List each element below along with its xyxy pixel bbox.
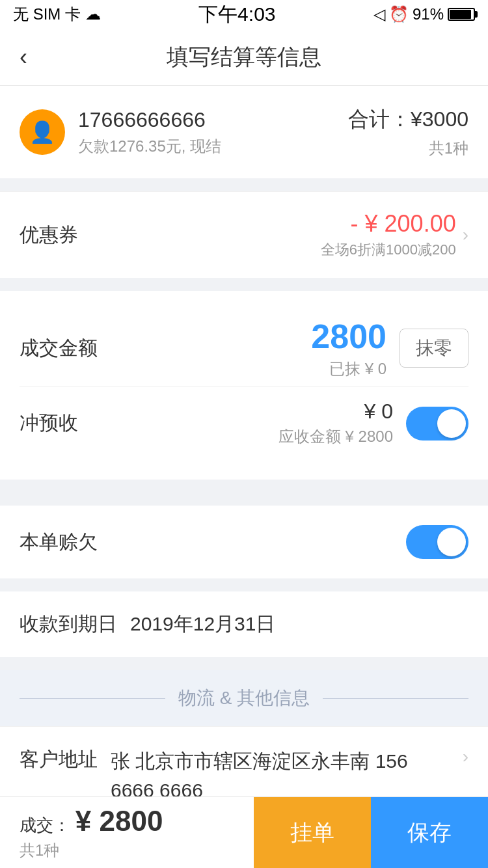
address-label: 客户地址 [20, 746, 98, 773]
logistics-label: 物流 & 其他信息 [165, 686, 323, 711]
due-date-card: 收款到期日 2019年12月31日 [0, 591, 488, 657]
total-count: 共1种 [348, 138, 468, 159]
user-right: 合计：¥3000 共1种 [348, 105, 468, 159]
coupon-desc: 全场6折满1000减200 [321, 240, 456, 260]
user-phone: 17666666666 [78, 108, 221, 132]
bottom-trans-label: 成交： [20, 815, 70, 835]
user-debt: 欠款1276.35元, 现结 [78, 136, 221, 157]
debt-off-label: 本单赊欠 [20, 529, 98, 556]
sim-text: 无 SIM 卡 ☁ [13, 4, 101, 25]
bottom-trans-value: ¥ 2800 [75, 805, 163, 837]
avatar: 👤 [20, 109, 65, 155]
transaction-label: 成交金额 [20, 335, 98, 362]
transaction-sub: 已抹 ¥ 0 [311, 359, 386, 379]
prepaid-amount: ¥ 0 [278, 400, 393, 424]
prepaid-sub: 应收金额 ¥ 2800 [278, 426, 393, 447]
due-date-label: 收款到期日 [20, 611, 117, 638]
transaction-row: 成交金额 2800 已抹 ¥ 0 抹零 [20, 310, 468, 386]
content: 👤 17666666666 欠款1276.35元, 现结 合计：¥3000 共1… [0, 86, 488, 868]
prepaid-label: 冲预收 [20, 410, 78, 437]
status-time: 下午4:03 [198, 1, 275, 28]
due-date-value: 2019年12月31日 [130, 611, 275, 638]
toggle-knob [437, 409, 466, 438]
status-right: ◁ ⏰ 91% [373, 5, 475, 23]
transaction-card: 成交金额 2800 已抹 ¥ 0 抹零 冲预收 ¥ 0 应收金额 ¥ 2800 [0, 291, 488, 480]
address-chevron-icon: › [463, 746, 468, 767]
avatar-icon: 👤 [29, 120, 55, 144]
status-bar: 无 SIM 卡 ☁ 下午4:03 ◁ ⏰ 91% [0, 0, 488, 29]
clock-icon: ⏰ [389, 5, 409, 23]
logistics-header: 物流 & 其他信息 [0, 670, 488, 726]
user-info-card: 👤 17666666666 欠款1276.35元, 现结 合计：¥3000 共1… [0, 86, 488, 178]
bottom-summary: 成交： ¥ 2800 共1种 [0, 805, 254, 861]
round-button[interactable]: 抹零 [400, 329, 468, 368]
battery-text: 91% [413, 5, 444, 23]
separator-2 [0, 480, 488, 493]
save-button[interactable]: 保存 [371, 797, 488, 869]
coupon-amount: - ¥ 200.00 [321, 210, 456, 237]
coupon-chevron-icon: › [463, 224, 468, 245]
bottom-trans-row: 成交： ¥ 2800 [20, 805, 234, 837]
prepaid-right: ¥ 0 应收金额 ¥ 2800 [278, 400, 393, 447]
coupon-right: - ¥ 200.00 全场6折满1000减200 › [321, 210, 468, 260]
transaction-value: 2800 [311, 317, 386, 356]
bottom-count: 共1种 [20, 840, 234, 861]
user-left: 👤 17666666666 欠款1276.35元, 现结 [20, 108, 221, 157]
transaction-value-wrapper: 2800 已抹 ¥ 0 [311, 317, 386, 379]
bottom-bar: 成交： ¥ 2800 共1种 挂单 保存 [0, 796, 488, 868]
battery-icon [448, 8, 475, 21]
user-details: 17666666666 欠款1276.35元, 现结 [78, 108, 221, 157]
transaction-right: 2800 已抹 ¥ 0 抹零 [311, 317, 468, 379]
location-icon: ◁ [373, 5, 385, 23]
debt-toggle-knob [437, 528, 466, 556]
page-title: 填写结算等信息 [59, 42, 429, 72]
logistics-line-right [323, 698, 468, 699]
coupon-label: 优惠券 [20, 222, 78, 249]
back-button[interactable]: ‹ [20, 44, 59, 71]
prepaid-row: 冲预收 ¥ 0 应收金额 ¥ 2800 [20, 386, 468, 460]
total-amount: 合计：¥3000 [348, 105, 468, 134]
debt-off-toggle[interactable] [406, 525, 468, 559]
separator-1 [0, 278, 488, 291]
prepaid-toggle[interactable] [406, 407, 468, 441]
coupon-info: - ¥ 200.00 全场6折满1000减200 [321, 210, 456, 260]
logistics-line-left [20, 698, 165, 699]
hang-button[interactable]: 挂单 [254, 797, 371, 869]
status-left: 无 SIM 卡 ☁ [13, 4, 101, 25]
debt-off-card: 本单赊欠 [0, 506, 488, 578]
user-info-row: 👤 17666666666 欠款1276.35元, 现结 合计：¥3000 共1… [20, 105, 468, 159]
coupon-row[interactable]: 优惠券 - ¥ 200.00 全场6折满1000减200 › [0, 191, 488, 278]
nav-bar: ‹ 填写结算等信息 [0, 29, 488, 86]
